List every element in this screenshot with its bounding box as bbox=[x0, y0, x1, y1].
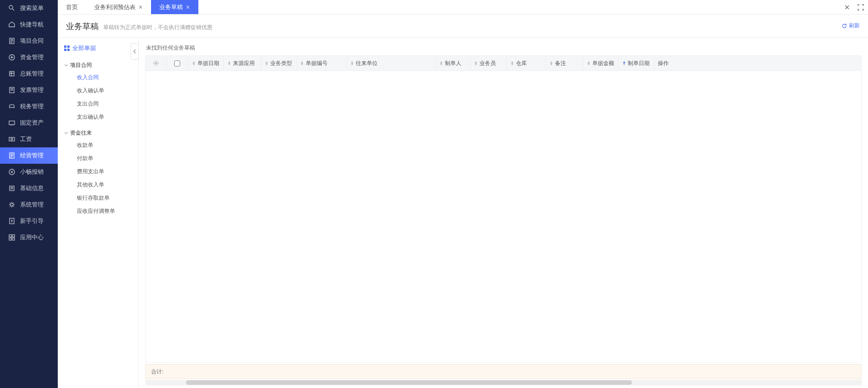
sidebar-item-guide[interactable]: 新手引导 bbox=[0, 213, 58, 229]
sort-icon: ▲▼ bbox=[622, 61, 626, 66]
refresh-icon bbox=[842, 23, 847, 29]
sidebar-item-label: 总账管理 bbox=[20, 70, 44, 78]
sidebar-item-business[interactable]: 经营管理 bbox=[0, 147, 58, 164]
column-label: 单据编号 bbox=[306, 60, 328, 67]
tab-0[interactable]: 首页 bbox=[58, 0, 86, 14]
category-panel-header[interactable]: 全部单据 bbox=[58, 41, 138, 57]
column-header[interactable]: ▲▼单据金额 bbox=[583, 56, 619, 71]
page-header: 业务草稿 草稿转为正式单据时，不会执行满赠促销优惠 刷新 bbox=[58, 15, 868, 38]
search-icon bbox=[8, 5, 15, 12]
chevron-left-icon bbox=[133, 49, 136, 54]
tab-label: 业务草稿 bbox=[159, 3, 183, 11]
column-label: 业务员 bbox=[479, 60, 496, 67]
refresh-button[interactable]: 刷新 bbox=[842, 22, 860, 30]
column-label: 仓库 bbox=[516, 60, 527, 67]
svg-point-13 bbox=[11, 220, 12, 221]
page-subtitle: 草稿转为正式单据时，不会执行满赠促销优惠 bbox=[103, 24, 212, 31]
sidebar-item-apps[interactable]: 应用中心 bbox=[0, 229, 58, 246]
guide-icon bbox=[8, 217, 15, 225]
asset-icon bbox=[8, 119, 15, 126]
sidebar-item-ledger[interactable]: 总账管理 bbox=[0, 66, 58, 82]
category-item[interactable]: 收入确认单 bbox=[64, 84, 138, 97]
select-all-checkbox[interactable] bbox=[174, 60, 180, 66]
sidebar-item-expense[interactable]: 小畅报销 bbox=[0, 164, 58, 180]
column-header[interactable]: 操作 bbox=[654, 56, 692, 71]
sidebar-item-home[interactable]: 快捷导航 bbox=[0, 16, 58, 33]
svg-rect-3 bbox=[10, 71, 14, 76]
svg-rect-6 bbox=[9, 137, 15, 141]
sidebar-item-funds[interactable]: 资金管理 bbox=[0, 49, 58, 66]
table-area: 未找到任何业务草稿 ▲▼单据日期▲▼来源应用▲▼业务类型▲▼单据编号▲▼往来单位… bbox=[139, 38, 868, 388]
svg-rect-20 bbox=[64, 49, 66, 51]
svg-point-11 bbox=[10, 203, 13, 206]
select-all-cell bbox=[167, 56, 188, 71]
category-group-header[interactable]: 项目合同 bbox=[64, 60, 138, 71]
main-sidebar: 搜索菜单快捷导航项目合同资金管理总账管理发票管理税务管理固定资产工资经营管理小畅… bbox=[0, 0, 58, 388]
sidebar-item-label: 税务管理 bbox=[20, 102, 44, 111]
page-title: 业务草稿 bbox=[66, 21, 99, 32]
svg-rect-19 bbox=[67, 45, 70, 48]
contract-icon bbox=[8, 37, 15, 45]
svg-point-0 bbox=[9, 5, 13, 9]
business-icon bbox=[8, 152, 15, 159]
sidebar-item-search[interactable]: 搜索菜单 bbox=[0, 0, 58, 16]
sidebar-item-tax[interactable]: 税务管理 bbox=[0, 98, 58, 115]
column-header[interactable]: ▲▼单据编号 bbox=[297, 56, 347, 71]
scrollbar-thumb[interactable] bbox=[186, 380, 632, 385]
category-item[interactable]: 付款单 bbox=[64, 152, 138, 165]
svg-rect-21 bbox=[67, 49, 70, 51]
tab-label: 首页 bbox=[66, 3, 78, 11]
svg-rect-16 bbox=[9, 238, 11, 240]
category-group-header[interactable]: 资金往来 bbox=[64, 127, 138, 139]
column-settings-button[interactable] bbox=[146, 56, 167, 71]
tab-close-icon[interactable]: ✕ bbox=[138, 4, 143, 10]
category-item[interactable]: 应收应付调整单 bbox=[64, 205, 138, 218]
category-item[interactable]: 支出确认单 bbox=[64, 111, 138, 124]
tab-2[interactable]: 业务草稿✕ bbox=[151, 0, 198, 14]
column-header[interactable]: ▲▼单据日期 bbox=[188, 56, 224, 71]
category-item[interactable]: 其他收入单 bbox=[64, 178, 138, 191]
svg-rect-10 bbox=[10, 186, 14, 191]
system-icon bbox=[8, 201, 15, 208]
column-header[interactable]: ▲▼仓库 bbox=[507, 56, 546, 71]
sort-icon: ▲▼ bbox=[227, 61, 231, 66]
column-header[interactable]: ▲▼业务类型 bbox=[261, 56, 297, 71]
category-item[interactable]: 银行存取款单 bbox=[64, 191, 138, 205]
svg-rect-5 bbox=[9, 121, 15, 125]
column-header[interactable]: ▲▼制单日期 bbox=[619, 56, 654, 71]
column-header[interactable]: ▲▼制单人 bbox=[436, 56, 470, 71]
apps-icon bbox=[8, 234, 15, 241]
fullscreen-icon[interactable] bbox=[856, 3, 865, 12]
category-item[interactable]: 支出合同 bbox=[64, 97, 138, 111]
category-item[interactable]: 收款单 bbox=[64, 139, 138, 152]
column-label: 备注 bbox=[555, 60, 566, 67]
collapse-panel-button[interactable] bbox=[131, 43, 139, 60]
column-label: 制单日期 bbox=[628, 60, 650, 67]
sidebar-item-salary[interactable]: 工资 bbox=[0, 131, 58, 147]
sidebar-item-contract[interactable]: 项目合同 bbox=[0, 33, 58, 49]
column-label: 制单人 bbox=[445, 60, 461, 67]
sidebar-item-info[interactable]: 基础信息 bbox=[0, 180, 58, 197]
sidebar-item-asset[interactable]: 固定资产 bbox=[0, 115, 58, 131]
tab-1[interactable]: 业务利润预估表✕ bbox=[86, 0, 151, 14]
sort-icon: ▲▼ bbox=[265, 61, 268, 66]
category-item[interactable]: 费用支出单 bbox=[64, 165, 138, 178]
sidebar-item-label: 新手引导 bbox=[20, 217, 44, 225]
tab-close-icon[interactable]: ✕ bbox=[186, 4, 190, 10]
home-icon bbox=[8, 21, 15, 28]
sidebar-item-label: 发票管理 bbox=[20, 86, 44, 94]
column-header[interactable]: ▲▼业务员 bbox=[470, 56, 507, 71]
category-item[interactable]: 收入合同 bbox=[64, 71, 138, 84]
column-header[interactable]: ▲▼来源应用 bbox=[224, 56, 261, 71]
column-header[interactable]: ▲▼备注 bbox=[546, 56, 583, 71]
tabs-bar: 首页业务利润预估表✕业务草稿✕ bbox=[58, 0, 868, 15]
sidebar-item-system[interactable]: 系统管理 bbox=[0, 197, 58, 213]
sidebar-item-invoice[interactable]: 发票管理 bbox=[0, 82, 58, 98]
gear-icon bbox=[153, 60, 159, 66]
svg-point-7 bbox=[11, 138, 13, 140]
horizontal-scrollbar[interactable] bbox=[145, 380, 862, 385]
column-header[interactable]: ▲▼往来单位 bbox=[347, 56, 436, 71]
close-all-tabs-icon[interactable] bbox=[843, 3, 852, 12]
sidebar-item-label: 经营管理 bbox=[20, 151, 44, 160]
chevron-down-icon bbox=[64, 131, 68, 135]
